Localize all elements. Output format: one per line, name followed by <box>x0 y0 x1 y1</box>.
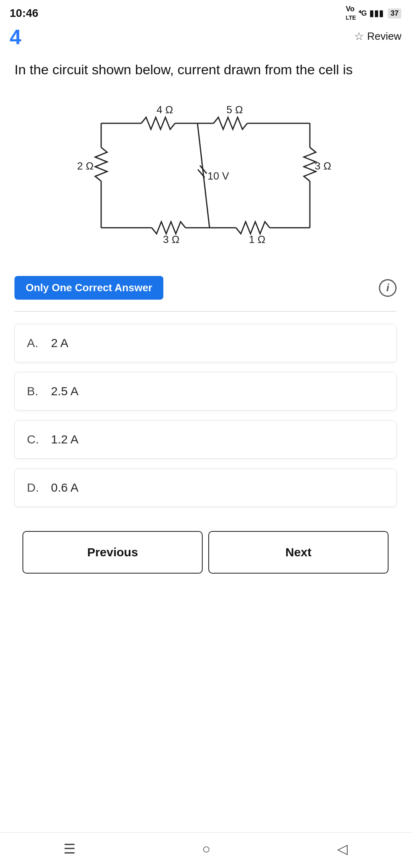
option-c-letter: C. <box>27 433 41 446</box>
status-time: 10:46 <box>10 7 39 20</box>
option-d-value: 0.6 A <box>51 481 78 494</box>
back-icon[interactable]: ◁ <box>337 841 348 857</box>
review-label: Review <box>367 30 401 43</box>
answer-type-badge: Only One Correct Answer <box>14 276 163 300</box>
option-d-letter: D. <box>27 481 41 494</box>
options-list: A. 2 A B. 2.5 A C. 1.2 A D. 0.6 A <box>14 324 397 507</box>
svg-text:10 V: 10 V <box>208 170 229 182</box>
circuit-svg: 4 Ω 5 Ω 3 Ω 1 Ω <box>69 91 342 260</box>
main-content: In the circuit shown below, current draw… <box>0 52 411 582</box>
signal-bars: ▮▮▮ <box>369 8 384 18</box>
option-b-value: 2.5 A <box>51 384 78 398</box>
svg-text:3 Ω: 3 Ω <box>163 233 179 245</box>
option-b[interactable]: B. 2.5 A <box>14 372 397 411</box>
option-a-letter: A. <box>27 336 41 350</box>
svg-text:5 Ω: 5 Ω <box>226 104 243 116</box>
option-c-value: 1.2 A <box>51 433 78 446</box>
question-number: 4 <box>10 27 21 47</box>
home-icon[interactable]: ○ <box>202 841 211 857</box>
option-c[interactable]: C. 1.2 A <box>14 420 397 459</box>
battery-level: 37 <box>388 8 401 18</box>
option-b-letter: B. <box>27 384 41 398</box>
svg-text:4 Ω: 4 Ω <box>157 104 173 116</box>
status-icons: VoLTE ⁴G ▮▮▮ 37 <box>346 5 401 22</box>
next-button[interactable]: Next <box>208 531 389 574</box>
svg-text:3 Ω: 3 Ω <box>315 160 331 172</box>
svg-text:1 Ω: 1 Ω <box>249 233 265 245</box>
info-icon[interactable]: i <box>379 279 397 297</box>
circuit-diagram: 4 Ω 5 Ω 3 Ω 1 Ω <box>14 91 397 260</box>
option-a-value: 2 A <box>51 336 68 350</box>
answer-type-row: Only One Correct Answer i <box>14 276 397 300</box>
review-button[interactable]: ☆ Review <box>354 30 401 43</box>
menu-icon[interactable]: ☰ <box>63 841 75 857</box>
option-d[interactable]: D. 0.6 A <box>14 468 397 507</box>
option-a[interactable]: A. 2 A <box>14 324 397 362</box>
svg-text:2 Ω: 2 Ω <box>77 160 94 172</box>
divider <box>14 311 397 312</box>
question-text: In the circuit shown below, current draw… <box>14 59 397 80</box>
star-icon: ☆ <box>354 30 364 43</box>
signal-4g: ⁴G <box>358 9 367 18</box>
network-label: VoLTE <box>346 5 356 22</box>
previous-button[interactable]: Previous <box>22 531 203 574</box>
bottom-nav-bar: ☰ ○ ◁ <box>0 832 411 868</box>
status-bar: 10:46 VoLTE ⁴G ▮▮▮ 37 <box>0 0 411 25</box>
header: 4 ☆ Review <box>0 25 411 52</box>
nav-buttons: Previous Next <box>14 519 397 582</box>
